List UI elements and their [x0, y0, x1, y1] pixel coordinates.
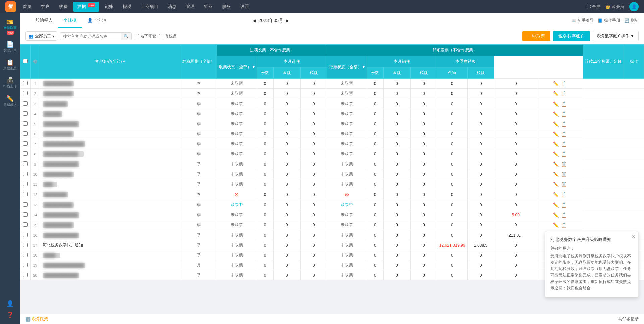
- customer-name-cell[interactable]: ████ ●: [40, 250, 180, 260]
- row-select[interactable]: [23, 253, 28, 257]
- row-checkbox[interactable]: [20, 250, 31, 260]
- edit-action-icon[interactable]: ✏️: [553, 161, 559, 167]
- sidebar-item-invoice-summary[interactable]: 📋 票据汇总: [1, 57, 19, 73]
- copy-action-icon[interactable]: 📋: [561, 202, 567, 208]
- tab-general-taxpayer[interactable]: 一般纳税人: [25, 13, 58, 28]
- nav-item-commerce[interactable]: 工商项目: [137, 2, 162, 12]
- copy-action-icon[interactable]: 📋: [561, 91, 567, 96]
- row-checkbox[interactable]: [20, 109, 31, 119]
- row-checkbox[interactable]: [20, 260, 31, 270]
- digital-account-ops-button[interactable]: 税务数字账户操作 ▼: [593, 31, 639, 41]
- nav-item-invoices[interactable]: 票据 new: [73, 2, 99, 12]
- tax-policy-link[interactable]: 税务政策: [32, 316, 48, 322]
- customer-name-cell[interactable]: ████████: [40, 99, 180, 109]
- copy-action-icon[interactable]: 📋: [561, 172, 567, 177]
- edit-action-icon[interactable]: ✏️: [553, 131, 559, 137]
- name-accounts-checkbox[interactable]: 名下账套: [135, 33, 156, 39]
- customer-name-cell[interactable]: ████████: [40, 189, 180, 200]
- nav-item-service[interactable]: 服务: [218, 2, 235, 12]
- row-select[interactable]: [23, 81, 28, 85]
- sidebar-item-help[interactable]: ❓: [1, 309, 19, 321]
- select-all-checkbox[interactable]: [23, 59, 28, 63]
- one-click-fetch-button[interactable]: 一键取票: [522, 31, 550, 41]
- customer-name-cell[interactable]: ██████████████: [40, 139, 180, 149]
- edit-action-icon[interactable]: ✏️: [553, 141, 559, 147]
- customer-name-cell[interactable]: ███ e: [40, 179, 180, 189]
- customer-name-cell[interactable]: ████████████: [40, 119, 180, 129]
- row-select[interactable]: [23, 233, 28, 237]
- customer-name-cell[interactable]: ████████████: [40, 159, 180, 169]
- row-select[interactable]: [23, 151, 28, 156]
- row-checkbox[interactable]: [20, 159, 31, 169]
- row-checkbox[interactable]: [20, 129, 31, 139]
- employee-select[interactable]: 👥 全部员工 ▾: [25, 31, 57, 41]
- row-select[interactable]: [23, 202, 28, 207]
- row-checkbox[interactable]: [20, 89, 31, 99]
- edit-action-icon[interactable]: ✏️: [553, 91, 559, 96]
- has-taxbox-checkbox[interactable]: 有税盘: [159, 33, 177, 39]
- manual-button[interactable]: 📘 操作手册: [598, 18, 620, 23]
- name-accounts-input[interactable]: [135, 34, 139, 38]
- copy-action-icon[interactable]: 📋: [561, 131, 567, 137]
- nav-item-admin[interactable]: 管理: [182, 2, 199, 12]
- edit-action-icon[interactable]: ✏️: [553, 212, 559, 218]
- search-button[interactable]: 🔍: [121, 33, 131, 40]
- row-checkbox[interactable]: [20, 240, 31, 250]
- row-checkbox[interactable]: [20, 230, 31, 240]
- edit-action-icon[interactable]: ✏️: [553, 182, 559, 187]
- copy-action-icon[interactable]: 📋: [561, 111, 567, 117]
- copy-action-icon[interactable]: 📋: [561, 182, 567, 187]
- input-fetch-status-header[interactable]: 取票状态（全部） ▾: [217, 56, 257, 79]
- row-checkbox[interactable]: [20, 139, 31, 149]
- row-select[interactable]: [23, 212, 28, 217]
- nav-item-billing[interactable]: 收费: [55, 2, 72, 12]
- row-select[interactable]: [23, 91, 28, 95]
- customer-name-cell[interactable]: ████████████: [40, 210, 180, 220]
- member-button[interactable]: 👑 购会员: [605, 4, 624, 10]
- copy-action-icon[interactable]: 📋: [561, 121, 567, 127]
- row-select[interactable]: [23, 111, 28, 116]
- copy-action-icon[interactable]: 📋: [561, 81, 567, 86]
- row-checkbox[interactable]: [20, 179, 31, 189]
- customer-name-cell[interactable]: ████████████…: [40, 149, 180, 159]
- prev-month-button[interactable]: ◀: [253, 18, 256, 23]
- row-checkbox[interactable]: [20, 210, 31, 220]
- edit-action-icon[interactable]: ✏️: [553, 172, 559, 177]
- edit-action-icon[interactable]: ✏️: [553, 151, 559, 157]
- output-fetch-status-header[interactable]: 取票状态（全部） ▾: [327, 56, 367, 79]
- row-select[interactable]: [23, 101, 28, 106]
- row-select[interactable]: [23, 263, 28, 267]
- edit-action-icon[interactable]: ✏️: [553, 111, 559, 117]
- has-taxbox-input[interactable]: [159, 34, 163, 38]
- nav-item-accounting[interactable]: 记账: [101, 2, 117, 12]
- sidebar-item-invoice-open[interactable]: 📄 发票开具: [1, 39, 19, 55]
- customer-name-cell[interactable]: ██████████: [40, 220, 180, 230]
- row-select[interactable]: [23, 172, 28, 176]
- copy-action-icon[interactable]: 📋: [561, 212, 567, 218]
- customer-name-cell[interactable]: 河北税务数字账户通知: [40, 240, 180, 250]
- notification-close-button[interactable]: ✕: [632, 234, 636, 239]
- customer-name-cell[interactable]: ██████████: [40, 79, 180, 89]
- next-month-button[interactable]: ▶: [286, 18, 289, 23]
- edit-action-icon[interactable]: ✏️: [553, 121, 559, 127]
- nav-item-settings[interactable]: 设置: [236, 2, 253, 12]
- row-checkbox[interactable]: [20, 169, 31, 179]
- row-select[interactable]: [23, 273, 28, 277]
- customer-name-cell[interactable]: ██████████: [40, 129, 180, 139]
- row-checkbox[interactable]: [20, 200, 31, 210]
- edit-action-icon[interactable]: ✏️: [553, 81, 559, 86]
- row-checkbox[interactable]: [20, 99, 31, 109]
- edit-action-icon[interactable]: ✏️: [553, 101, 559, 107]
- customer-name-cell[interactable]: ████████████: [40, 230, 180, 240]
- user-avatar[interactable]: 👤: [629, 2, 639, 11]
- sidebar-item-ticket-entry[interactable]: ✏️ 票据录入: [1, 93, 19, 110]
- row-select[interactable]: [23, 131, 28, 136]
- digital-account-button[interactable]: 税务数字账户: [553, 31, 590, 41]
- row-checkbox[interactable]: [20, 119, 31, 129]
- nav-item-tax[interactable]: 报税: [119, 2, 136, 12]
- tab-small-scale[interactable]: 小规模: [58, 13, 82, 28]
- edit-action-icon[interactable]: ✏️: [553, 202, 559, 208]
- row-select[interactable]: [23, 161, 28, 166]
- customer-name-header[interactable]: 客户名称(全部) ▾: [40, 45, 180, 79]
- customer-name-cell[interactable]: ██████: [40, 109, 180, 119]
